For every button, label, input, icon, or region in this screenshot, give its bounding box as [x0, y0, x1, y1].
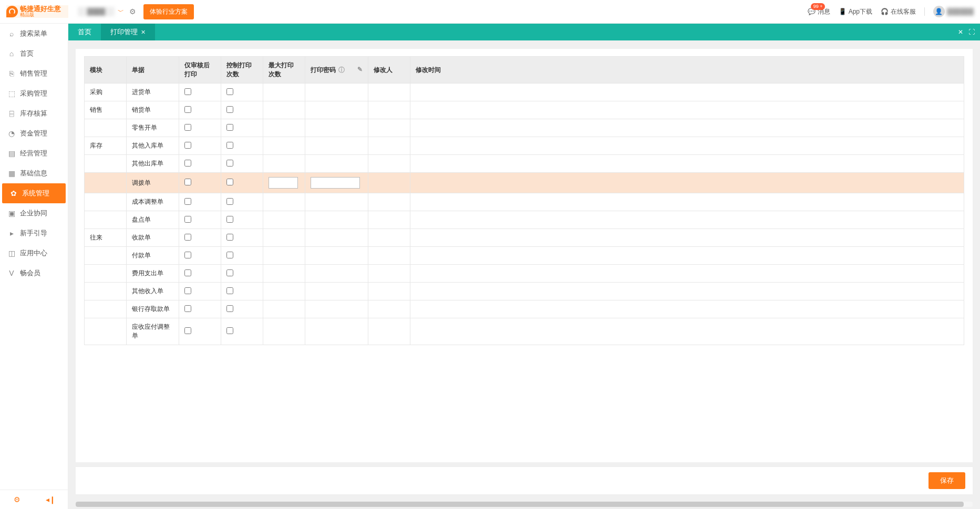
cell-doc: 进货单: [127, 84, 179, 101]
table-row: 成本调整单: [85, 193, 964, 211]
tabsbar: 首页 打印管理 ✕ ✕ ⛶: [68, 24, 980, 40]
horizontal-scrollbar[interactable]: [76, 502, 973, 507]
footer-bar: 保存: [76, 466, 973, 494]
table-row: 其他出库单: [85, 155, 964, 173]
sidebar-item-8[interactable]: ✿系统管理: [2, 183, 66, 203]
password-input[interactable]: [311, 177, 360, 189]
cell-max-count: [263, 173, 305, 193]
sidebar-item-label: 库存核算: [20, 109, 47, 118]
th-password-label: 打印密码: [311, 66, 336, 74]
limit-count-checkbox[interactable]: [226, 106, 233, 113]
limit-count-checkbox[interactable]: [226, 179, 233, 185]
edit-icon[interactable]: ✎: [357, 66, 363, 73]
limit-count-checkbox[interactable]: [226, 327, 233, 334]
audit-only-checkbox[interactable]: [184, 305, 191, 312]
cell-limit-count: [221, 101, 263, 119]
audit-only-checkbox[interactable]: [184, 142, 191, 149]
industry-plan-button[interactable]: 体验行业方案: [143, 4, 194, 19]
audit-only-checkbox[interactable]: [184, 106, 191, 113]
limit-count-checkbox[interactable]: [226, 287, 233, 294]
audit-only-checkbox[interactable]: [184, 269, 191, 276]
limit-count-checkbox[interactable]: [226, 305, 233, 312]
sidebar-item-icon: ▸: [7, 229, 16, 237]
org-dropdown[interactable]: ████ ﹀: [78, 7, 124, 16]
audit-only-checkbox[interactable]: [184, 198, 191, 205]
audit-only-checkbox[interactable]: [184, 124, 191, 131]
cell-password: [305, 247, 368, 265]
save-button[interactable]: 保存: [929, 472, 965, 489]
audit-only-checkbox[interactable]: [184, 234, 191, 241]
cell-password: [305, 211, 368, 229]
scrollbar-thumb[interactable]: [76, 502, 964, 507]
cell-password: [305, 229, 368, 247]
sidebar-item-10[interactable]: ▸新手引导: [0, 223, 68, 243]
limit-count-checkbox[interactable]: [226, 160, 233, 167]
audit-only-checkbox[interactable]: [184, 216, 191, 223]
audit-only-checkbox[interactable]: [184, 287, 191, 294]
cell-doc: 其他入库单: [127, 137, 179, 155]
sidebar-item-icon: ▣: [7, 209, 16, 217]
cell-module: 库存: [85, 137, 127, 155]
cell-max-count: [263, 84, 305, 101]
cell-modify-time: [410, 155, 964, 173]
sidebar-settings-button[interactable]: ⚙: [0, 490, 34, 509]
limit-count-checkbox[interactable]: [226, 198, 233, 205]
limit-count-checkbox[interactable]: [226, 252, 233, 258]
close-icon[interactable]: ✕: [141, 29, 146, 36]
limit-count-checkbox[interactable]: [226, 142, 233, 149]
max-count-input[interactable]: [269, 177, 298, 189]
cell-limit-count: [221, 265, 263, 283]
cell-limit-count: [221, 84, 263, 101]
sidebar-item-9[interactable]: ▣企业协同: [0, 203, 68, 223]
audit-only-checkbox[interactable]: [184, 88, 191, 95]
audit-only-checkbox[interactable]: [184, 252, 191, 258]
tab-print-management[interactable]: 打印管理 ✕: [101, 24, 155, 40]
sidebar-item-5[interactable]: ◔资金管理: [0, 123, 68, 143]
sidebar-item-icon: ⌸: [7, 109, 16, 118]
help-icon[interactable]: ⓘ: [338, 66, 345, 74]
audit-only-checkbox[interactable]: [184, 327, 191, 334]
sidebar-item-7[interactable]: ▦基础信息: [0, 163, 68, 183]
tab-home[interactable]: 首页: [68, 24, 101, 40]
brand-logo[interactable]: 畅捷通好生意 精品版: [6, 5, 68, 18]
sidebar-item-label: 新手引导: [20, 228, 47, 238]
sidebar-item-0[interactable]: ⌕搜索菜单: [0, 24, 68, 44]
cell-doc: 其他收入单: [127, 283, 179, 300]
cell-module: [85, 247, 127, 265]
cell-password: [305, 318, 368, 345]
cell-modifier: [368, 265, 410, 283]
sidebar-item-1[interactable]: ⌂首页: [0, 44, 68, 64]
cell-modifier: [368, 173, 410, 193]
app-download-button[interactable]: 📱 App下载: [839, 7, 872, 16]
cell-audit-only: [179, 155, 221, 173]
sidebar-item-11[interactable]: ◫应用中心: [0, 243, 68, 263]
sidebar-item-label: 资金管理: [20, 129, 47, 138]
cell-modifier: [368, 119, 410, 137]
sidebar-item-4[interactable]: ⌸库存核算: [0, 103, 68, 123]
online-service-button[interactable]: 🎧 在线客服: [881, 7, 916, 16]
cell-doc: 其他出库单: [127, 155, 179, 173]
sidebar-item-3[interactable]: ⬚采购管理: [0, 84, 68, 103]
sidebar-item-6[interactable]: ▤经营管理: [0, 143, 68, 163]
th-audit-only: 仅审核后打印: [179, 57, 221, 84]
cell-audit-only: [179, 229, 221, 247]
sidebar-collapse-button[interactable]: ◂❙: [34, 490, 68, 509]
sidebar-item-2[interactable]: ⎘销售管理: [0, 64, 68, 84]
audit-only-checkbox[interactable]: [184, 179, 191, 185]
limit-count-checkbox[interactable]: [226, 216, 233, 223]
online-service-label: 在线客服: [891, 7, 916, 16]
settings-icon[interactable]: ⚙: [129, 7, 136, 16]
user-menu[interactable]: 👤 ██████: [933, 6, 974, 17]
sidebar-item-12[interactable]: V畅会员: [0, 263, 68, 283]
limit-count-checkbox[interactable]: [226, 234, 233, 241]
limit-count-checkbox[interactable]: [226, 269, 233, 276]
sidebar-item-icon: ✿: [9, 189, 18, 198]
sidebar-item-label: 应用中心: [20, 248, 47, 258]
app-download-label: App下载: [849, 7, 872, 16]
fullscreen-icon[interactable]: ⛶: [968, 28, 975, 36]
messages-button[interactable]: 💬 99 + 消息: [808, 7, 830, 16]
limit-count-checkbox[interactable]: [226, 124, 233, 131]
tabs-close-all-icon[interactable]: ✕: [958, 28, 963, 36]
limit-count-checkbox[interactable]: [226, 88, 233, 95]
audit-only-checkbox[interactable]: [184, 160, 191, 167]
